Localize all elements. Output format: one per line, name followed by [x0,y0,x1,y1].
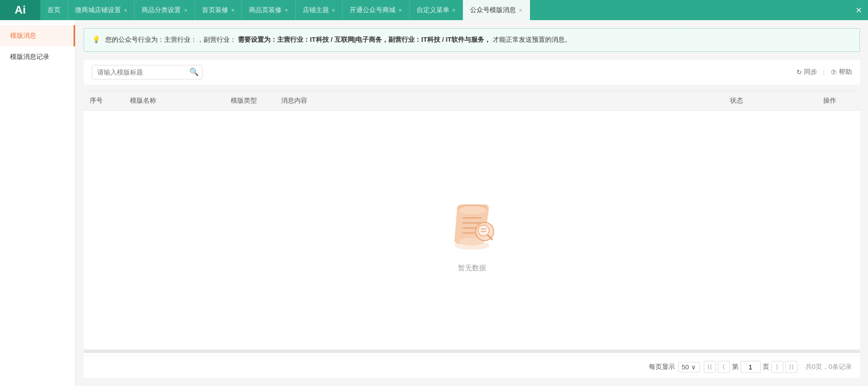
app-logo: Ai [0,0,40,20]
main-layout: 模版消息模版消息记录 💡 您的公众号行业为：主营行业：，副营行业： 需要设置为：… [0,20,868,386]
nav-tab-product-category[interactable]: 商品分类设置× [135,0,194,20]
tab-close-button[interactable]: × [519,8,522,13]
sidebar-item-template-record[interactable]: 模版消息记录 [0,46,75,67]
top-nav: Ai 首页微商城店铺设置×商品分类设置×首页装修×商品页装修×店铺主题×开通公众… [0,0,868,20]
page-size-dropdown[interactable]: 50 ∨ [678,362,699,372]
page-label: 第 [732,362,739,371]
nav-tab-home[interactable]: 首页 [40,0,68,20]
col-seq: 序号 [84,91,124,110]
empty-text: 暂无数据 [458,264,486,273]
page-number-input[interactable] [741,361,761,373]
dropdown-icon: ∨ [691,363,696,371]
empty-state: 暂无数据 [84,111,860,347]
nav-tab-open-mall[interactable]: 开通公众号商城× [343,0,409,20]
page-size-value: 50 [682,363,689,371]
search-input-wrap: 🔍 [92,65,203,80]
tab-label: 公众号模版消息 [470,6,516,15]
tab-label: 商品分类设置 [142,6,181,15]
tab-close-button[interactable]: × [452,8,455,13]
search-input[interactable] [92,65,185,79]
empty-icon [442,195,502,256]
page-unit: 页 [763,362,769,371]
col-action: 操作 [799,91,860,110]
search-actions: ↻ 同步 | ⑦ 帮助 [796,67,852,76]
help-icon: ⑦ [831,68,837,76]
nav-tab-custom-menu[interactable]: 自定义菜单× [410,0,463,20]
col-status: 状态 [724,91,799,110]
notice-icon: 💡 [92,36,100,43]
tab-label: 微商城店铺设置 [75,6,121,15]
tab-close-button[interactable]: × [285,8,288,13]
sidebar: 模版消息模版消息记录 [0,20,76,386]
sync-button[interactable]: ↻ 同步 [796,67,817,76]
sync-icon: ↻ [796,68,802,76]
tab-label: 自定义菜单 [417,6,449,15]
tab-label: 开通公众号商城 [350,6,395,15]
col-name: 模版名称 [124,91,225,110]
horizontal-scrollbar[interactable] [84,349,860,353]
data-table: 序号 模版名称 模版类型 消息内容 状态 操作 [84,91,860,378]
nav-tab-shop-theme[interactable]: 店铺主题× [296,0,343,20]
tab-close-button[interactable]: × [398,8,402,13]
nav-tab-template-msg[interactable]: 公众号模版消息× [463,0,529,20]
tab-label: 首页 [47,6,60,15]
page-navigation: ⟨⟨ ⟨ 第 页 ⟩ ⟩⟩ [704,361,797,373]
scrollbar-track [84,350,860,353]
notice-text-before: 您的公众号行业为：主营行业：，副营行业： [105,36,236,43]
search-button[interactable]: 🔍 [185,65,203,79]
first-page-button[interactable]: ⟨⟨ [704,361,716,373]
last-page-button[interactable]: ⟩⟩ [785,361,797,373]
tab-close-button[interactable]: × [332,8,335,13]
divider: | [823,68,825,76]
total-records: 共0页，0条记录 [806,362,852,371]
nav-tab-product-decor[interactable]: 商品页装修× [242,0,295,20]
notice-text-after: 才能正常发送预置的消息。 [493,36,571,43]
sidebar-item-template[interactable]: 模版消息 [0,25,75,46]
help-button[interactable]: ⑦ 帮助 [831,67,852,76]
col-content: 消息内容 [275,91,724,110]
tab-label: 店铺主题 [303,6,329,15]
col-type: 模版类型 [225,91,275,110]
notice-box: 💡 您的公众号行业为：主营行业：，副营行业： 需要设置为：主营行业：IT科技 /… [84,28,860,52]
content-area: 💡 您的公众号行业为：主营行业：，副营行业： 需要设置为：主营行业：IT科技 /… [76,20,868,386]
per-page-label: 每页显示 [649,362,675,371]
next-page-button[interactable]: ⟩ [771,361,783,373]
notice-highlight: 需要设置为：主营行业：IT科技 / 互联网|电子商务，副营行业：IT科技 / I… [238,36,491,43]
tab-label: 商品页装修 [249,6,282,15]
nav-tab-home-decor[interactable]: 首页装修× [195,0,242,20]
help-label: 帮助 [839,67,852,76]
nav-tabs: 首页微商城店铺设置×商品分类设置×首页装修×商品页装修×店铺主题×开通公众号商城… [40,0,849,20]
tab-close-button[interactable]: × [231,8,234,13]
sync-label: 同步 [804,67,817,76]
table-header: 序号 模版名称 模版类型 消息内容 状态 操作 [84,91,860,111]
tab-label: 首页装修 [202,6,228,15]
close-all-button[interactable]: ✕ [849,0,868,20]
prev-page-button[interactable]: ⟨ [718,361,730,373]
tab-close-button[interactable]: × [184,8,187,13]
search-row: 🔍 ↻ 同步 | ⑦ 帮助 [84,60,860,85]
tab-close-button[interactable]: × [124,8,127,13]
nav-tab-wechat-shop[interactable]: 微商城店铺设置× [68,0,135,20]
page-size-selector: 每页显示 50 ∨ [649,362,699,372]
pagination: 每页显示 50 ∨ ⟨⟨ ⟨ 第 页 ⟩ ⟩⟩ 共0页，0条记录 [84,355,860,378]
